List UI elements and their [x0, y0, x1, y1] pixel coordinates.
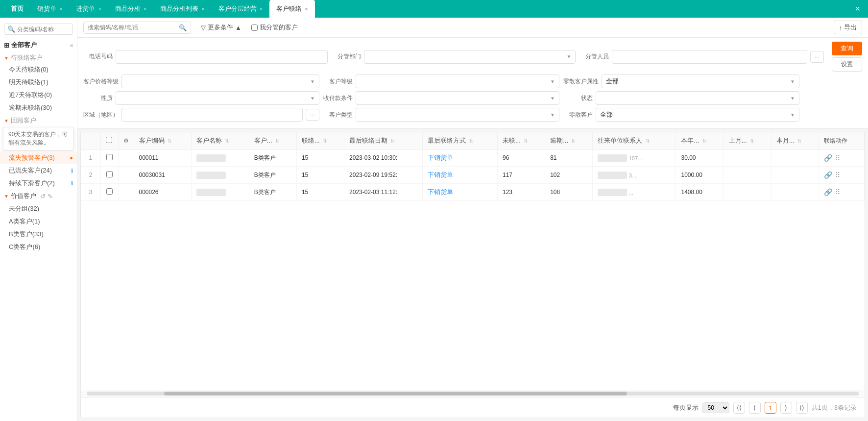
- nav-tab-purchase-close[interactable]: ×: [98, 6, 101, 12]
- page-current-button[interactable]: 1: [765, 402, 776, 414]
- sidebar-item-declining[interactable]: 持续下滑客户(2) ℹ: [0, 177, 77, 190]
- sidebar-group-review[interactable]: ▼ 回顾客户: [0, 114, 77, 126]
- filter-select-region[interactable]: [121, 108, 303, 122]
- sidebar-group-pending[interactable]: ▼ 待联络客户: [0, 51, 77, 63]
- more-conditions-button[interactable]: ▽ 更多条件 ▲: [197, 21, 245, 34]
- settings-button[interactable]: 设置: [832, 57, 862, 72]
- sidebar-item-today-contact[interactable]: 今天待联络(0): [0, 63, 77, 76]
- sidebar-item-tomorrow-contact[interactable]: 明天待联络(1): [0, 76, 77, 89]
- per-page-select[interactable]: 50 100 200: [702, 402, 729, 413]
- export-button[interactable]: ↑ 导出: [834, 21, 863, 34]
- select-all-checkbox[interactable]: [106, 137, 112, 143]
- last-contact-method-link-2[interactable]: 下销货单: [428, 188, 453, 196]
- filter-more-region-button[interactable]: ···: [306, 109, 319, 121]
- filter-select-manager[interactable]: [612, 50, 807, 64]
- row-checkbox-2[interactable]: [106, 188, 113, 195]
- sort-icon-company-contact: ⇅: [646, 138, 650, 144]
- action-link-icon-2[interactable]: 🔗: [824, 188, 832, 196]
- nav-tab-product-analysis-close[interactable]: ×: [144, 6, 146, 12]
- page-first-button[interactable]: ⟨⟨: [733, 402, 745, 414]
- sidebar-all-customers[interactable]: ⊞ 全部客户 «: [0, 39, 77, 51]
- nav-tab-customer-contact[interactable]: 客户联络 ×: [269, 0, 314, 18]
- advanced-filter-panel: 电话号码 分管部门 ▼ 分管人员 ···: [77, 38, 868, 129]
- action-link-icon-0[interactable]: 🔗: [824, 154, 832, 162]
- horizontal-scrollbar-thumb[interactable]: [164, 392, 627, 396]
- row-checkbox-0[interactable]: [106, 154, 113, 160]
- nav-tab-sales[interactable]: 销货单 ×: [30, 0, 69, 18]
- nav-tab-home[interactable]: 首页: [4, 0, 30, 18]
- col-uncontacted-label: 未联...: [503, 137, 521, 144]
- filter-select-scatter-customer-value: 全部: [600, 110, 613, 119]
- sidebar-group-value[interactable]: ▼ 价值客户 ↺ ✎: [0, 190, 77, 202]
- filter-select-dept[interactable]: ▼: [364, 50, 576, 64]
- refresh-icon-value[interactable]: ↺: [40, 193, 46, 200]
- sidebar-item-b-class[interactable]: B类客户(33): [0, 228, 77, 241]
- col-overdue[interactable]: 逾期... ⇅: [545, 132, 593, 149]
- filter-select-customer-type[interactable]: ▼: [356, 108, 559, 122]
- window-close-button[interactable]: ×: [855, 4, 864, 14]
- query-button[interactable]: 查询: [832, 42, 862, 55]
- filter-more-manager-button[interactable]: ···: [810, 51, 824, 63]
- col-last-month[interactable]: 上月... ⇅: [723, 132, 771, 149]
- sidebar-item-churn-warning[interactable]: 流失预警客户(3) ●: [0, 151, 77, 164]
- page-last-button[interactable]: ⟩⟩: [796, 402, 808, 414]
- filter-select-scatter-attr[interactable]: 全部 ▼: [602, 74, 799, 88]
- sidebar-item-c-class[interactable]: C类客户(6): [0, 241, 77, 253]
- col-code[interactable]: 客户编码 ⇅: [134, 132, 192, 149]
- top-navigation: 首页 销货单 × 进货单 × 商品分析 × 商品分析列表 × 客户分层经营 × …: [0, 0, 868, 18]
- last-contact-method-link-0[interactable]: 下销货单: [428, 154, 453, 161]
- edit-icon-value[interactable]: ✎: [48, 193, 53, 200]
- col-this-month[interactable]: 本月... ⇅: [771, 132, 819, 149]
- triangle-icon-review: ▼: [4, 118, 9, 124]
- filter-select-payment[interactable]: ▼: [356, 91, 559, 105]
- nav-tab-product-analysis-list-close[interactable]: ×: [201, 6, 204, 12]
- col-settings[interactable]: ⚙: [118, 132, 134, 149]
- nav-tab-customer-contact-close[interactable]: ×: [305, 6, 308, 12]
- col-this-year[interactable]: 本年... ⇅: [676, 132, 723, 149]
- nav-tab-product-analysis-list[interactable]: 商品分析列表 ×: [153, 0, 211, 18]
- nav-tab-product-analysis[interactable]: 商品分析 ×: [108, 0, 153, 18]
- filter-select-scatter-attr-value: 全部: [606, 77, 619, 86]
- chevron-down-icon-price-level: ▼: [310, 79, 315, 84]
- col-last-contact-date[interactable]: 最后联络日期 ⇅: [344, 132, 423, 149]
- filter-select-scatter-customer[interactable]: 全部 ▼: [596, 108, 799, 122]
- filter-select-price-level[interactable]: ▼: [121, 74, 319, 88]
- row-checkbox-1[interactable]: [106, 171, 113, 177]
- last-contact-method-link-1[interactable]: 下销货单: [428, 171, 453, 178]
- table-row: 3 000026 B类客户 15 2023-02-03 11:12: 下销货单 …: [81, 184, 865, 201]
- nav-tab-customer-tier-close[interactable]: ×: [260, 6, 263, 12]
- filter-select-customer-level[interactable]: ▼: [356, 74, 559, 88]
- sidebar-item-churned[interactable]: 已流失客户(24) ℹ: [0, 164, 77, 177]
- nav-tab-product-analysis-label: 商品分析: [115, 4, 141, 13]
- my-customers-checkbox[interactable]: [251, 25, 258, 31]
- col-name[interactable]: 客户名称 ⇅: [192, 132, 249, 149]
- filter-input-phone[interactable]: [116, 50, 328, 64]
- action-menu-icon-2[interactable]: ⠿: [835, 188, 840, 196]
- sidebar-item-ungrouped[interactable]: 未分组(32): [0, 202, 77, 215]
- action-menu-icon-0[interactable]: ⠿: [835, 154, 840, 162]
- sidebar-item-a-class[interactable]: A类客户(1): [0, 215, 77, 228]
- sidebar-search-input[interactable]: [17, 26, 70, 33]
- nav-tab-sales-close[interactable]: ×: [59, 6, 62, 12]
- page-prev-button[interactable]: ⟨: [749, 402, 761, 414]
- col-uncontacted[interactable]: 未联... ⇅: [498, 132, 545, 149]
- sidebar-item-7days-contact[interactable]: 近7天待联络(0): [0, 89, 77, 101]
- action-link-icon-1[interactable]: 🔗: [824, 171, 832, 179]
- action-menu-icon-1[interactable]: ⠿: [835, 171, 840, 179]
- page-next-button[interactable]: ⟩: [780, 402, 792, 414]
- my-customers-checkbox-container[interactable]: 我分管的客户: [251, 23, 298, 32]
- col-contact[interactable]: 联络... ⇅: [296, 132, 344, 149]
- horizontal-scrollbar[interactable]: [87, 392, 859, 396]
- filter-select-status[interactable]: ▼: [596, 91, 799, 105]
- sidebar-collapse-button[interactable]: «: [70, 42, 73, 48]
- filter-field-phone: 电话号码: [83, 50, 328, 64]
- col-type[interactable]: 客户... ⇅: [249, 132, 296, 149]
- filter-select-nature[interactable]: ▼: [116, 91, 319, 105]
- filter-search-input[interactable]: [88, 24, 176, 31]
- nav-tab-customer-tier[interactable]: 客户分层经营 ×: [212, 0, 269, 18]
- col-last-contact-method[interactable]: 最后联络方式 ⇅: [423, 132, 498, 149]
- nav-tab-purchase[interactable]: 进货单 ×: [69, 0, 108, 18]
- cell-uncontacted-2: 123: [498, 184, 545, 201]
- sidebar-item-overdue-contact[interactable]: 逾期未联络(30): [0, 101, 77, 114]
- col-company-contact[interactable]: 往来单位联系人 ⇅: [593, 132, 676, 149]
